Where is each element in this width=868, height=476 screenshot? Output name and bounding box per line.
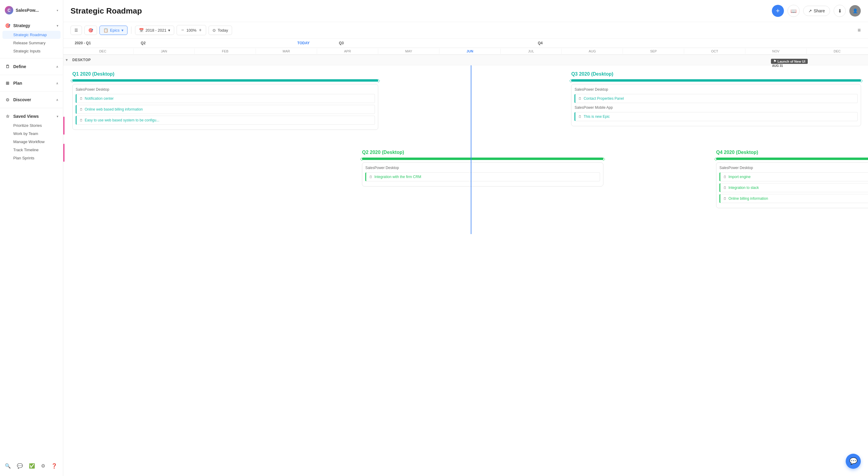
today-button[interactable]: ⊙ Today [209,26,232,35]
story-text: Contact Properties Panel [584,96,624,101]
add-button[interactable]: + [772,5,784,17]
zoom-in-button[interactable]: + [198,27,202,33]
month-jun: JUN [439,49,501,54]
sidebar-item-strategy[interactable]: 🎯 Strategy ▾ [0,21,63,31]
sidebar-item-release-summary[interactable]: Release Summary [0,39,63,47]
sidebar-item-manage-workflow[interactable]: Manage Workflow [0,138,63,146]
download-button[interactable]: ⬇ [834,5,846,17]
zoom-control: − 100% + [177,25,206,35]
story-item[interactable]: 🗒 Online billing information [719,194,868,203]
story-item[interactable]: 🗒 Contact Properties Panel [575,94,858,103]
search-icon[interactable]: 🔍 [5,463,11,469]
date-range-button[interactable]: 📅 2018 - 2021 ▾ [135,26,174,35]
avatar[interactable]: 👤 [849,5,861,17]
page-header: Strategic Roadmap + 📖 ↗ Share ⬇ 👤 [63,0,868,22]
sidebar-section-label: Define [13,64,26,69]
epic-q2-bar [362,158,603,160]
section-label: DESKTOP [70,57,93,63]
sidebar-item-saved-views[interactable]: ☆ Saved Views ▾ [0,111,63,121]
month-dec2: DEC [807,49,868,54]
sidebar-item-prioritize-stories[interactable]: Prioritize Stories [0,121,63,130]
story-icon: 🗒 [723,197,727,200]
epics-label: Epics [110,28,120,33]
chevron-down-icon: ▾ [57,115,58,118]
help-icon[interactable]: ❓ [51,463,57,469]
checklist-icon[interactable]: ✅ [29,463,35,469]
sidebar-section-plan: ⊞ Plan ∧ [0,77,63,90]
story-item[interactable]: 🗒 Integration with the firm CRM [365,172,600,181]
epics-dropdown-button[interactable]: 📋 Epics ▾ [99,26,127,35]
zoom-out-button[interactable]: − [181,27,184,33]
story-text: Integration with the firm CRM [374,175,421,179]
epic-q3-bar [571,79,861,82]
app-name: SalesPow... [16,8,39,13]
sidebar-item-work-by-team[interactable]: Work by Team [0,130,63,138]
epic-q3-card: SalesPower Desktop 🗒 Contact Properties … [571,84,861,126]
month-sep: SEP [623,49,684,54]
month-feb: FEB [195,49,256,54]
epic-q4-desktop: Q4 2020 (Desktop) SalesPower Desktop 🗒 I… [716,150,868,208]
story-icon: 🗒 [369,175,373,179]
sidebar-section-label: Plan [13,81,22,86]
main-content: Strategic Roadmap + 📖 ↗ Share ⬇ 👤 ☰ 🎯 📋 … [63,0,868,476]
chevron-up-icon: ∧ [56,65,58,68]
sidebar-section-label: Strategy [13,23,30,28]
timeline-container[interactable]: 2020 - Q1 Q2 TODAY Q3 Q4 DEC JAN FEB MAR… [63,38,868,476]
settings-icon[interactable]: ⚙ [41,463,45,469]
story-item[interactable]: 🗒 Online web based billing information [76,105,375,114]
book-icon-button[interactable]: 📖 [787,5,800,17]
epic-q3-desktop: Q3 2020 (Desktop) SalesPower Desktop 🗒 C… [571,71,861,126]
chat-bubble-button[interactable]: 💬 [846,454,861,469]
story-item[interactable]: 🗒 Integration to slack [719,183,868,192]
section-expand-icon[interactable]: ▾ [63,57,70,63]
target-view-button[interactable]: 🎯 [84,26,97,35]
share-button[interactable]: ↗ Share [803,6,830,16]
epic-q1-card: SalesPower Desktop 🗒 Notification center… [72,84,378,130]
sidebar-item-strategic-inputs[interactable]: Strategic Inputs [0,47,63,55]
sidebar-item-plan[interactable]: ⊞ Plan ∧ [0,78,63,88]
sidebar-item-strategic-roadmap[interactable]: Strategic Roadmap [2,31,61,39]
app-logo[interactable]: C SalesPow... ▾ [0,4,63,19]
quarter-label-today: TODAY [270,40,336,46]
story-text: Integration to slack [728,186,759,190]
story-text: Import engine [728,175,750,179]
milestone-label: Launch of New UI [778,60,805,63]
sidebar-item-track-timeline[interactable]: Track Timeline [0,146,63,154]
zoom-level: 100% [187,28,196,33]
epic-q3-desktop-header: SalesPower Desktop [575,87,858,92]
chat-icon[interactable]: 💬 [17,463,23,469]
today-label: Today [218,28,228,33]
story-icon: 🗒 [723,186,727,190]
epic-q1-bar [72,79,378,82]
target-icon: 🎯 [5,23,10,28]
chevron-up-icon: ∧ [56,82,58,85]
sidebar-item-discover[interactable]: ⊙ Discover ∧ [0,95,63,105]
story-item[interactable]: 🗒 Easy to use web based system to be con… [76,116,375,125]
epic-q1-desktop: Q1 2020 (Desktop) SalesPower Desktop 🗒 N… [72,71,378,130]
sidebar-item-define[interactable]: 🗒 Define ∧ [0,61,63,72]
calendar-icon: 📅 [139,28,144,33]
epic-q1-title: Q1 2020 (Desktop) [72,71,378,77]
month-jul: JUL [501,49,562,54]
story-icon: 🗒 [723,175,727,179]
pink-bar-2 [63,144,64,162]
month-apr: APR [317,49,378,54]
list-icon: ☰ [74,28,78,33]
list-view-button[interactable]: ☰ [70,26,82,35]
share-label: Share [814,8,825,13]
quarter-label-q1: 2020 - Q1 [72,40,138,46]
chevron-down-icon: ▾ [57,24,58,27]
story-icon: 🗒 [80,97,83,100]
toolbar: ☰ 🎯 📋 Epics ▾ 📅 2018 - 2021 ▾ − 100% + ⊙… [63,22,868,38]
columns-icon-button[interactable]: ≡ [858,27,861,33]
story-text: Online billing information [728,196,768,201]
story-item[interactable]: 🗒 Notification center [76,94,375,103]
sidebar-item-plan-sprints[interactable]: Plan Sprints [0,154,63,162]
section-desktop: ▾ DESKTOP ⚑ Launch of New UI AUG 31 [63,55,868,65]
chevron-down-icon: ▾ [57,9,58,12]
target-icon: 🎯 [88,28,93,33]
story-item[interactable]: 🗒 Import engine [719,172,868,181]
story-icon: 🗒 [80,107,83,111]
story-text: This is new Epic [584,115,610,119]
story-item[interactable]: 🗒 This is new Epic [575,112,858,121]
